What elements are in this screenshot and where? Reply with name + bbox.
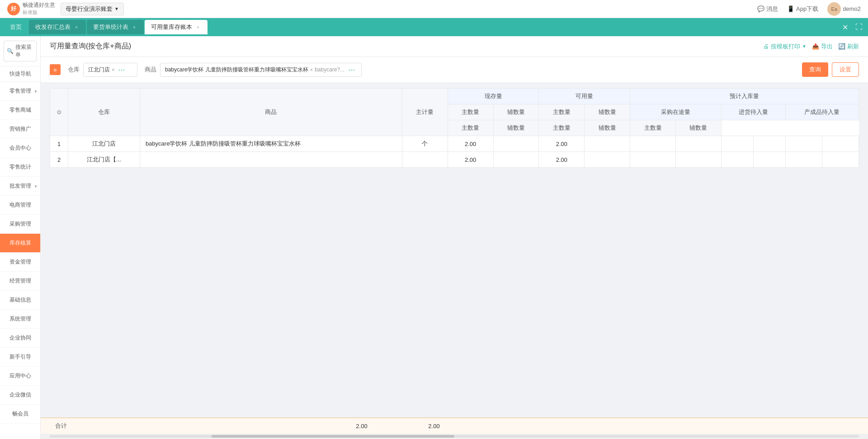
sidebar-item-retail-mgmt[interactable]: 零售管理 (0, 82, 40, 101)
sidebar-retail-stats-label: 零售统计 (9, 163, 31, 171)
sidebar-item-vip[interactable]: 畅会员 (0, 405, 40, 424)
app-download-btn[interactable]: 📱 App下载 (787, 5, 818, 13)
user-area[interactable]: Ea demo2 (827, 2, 861, 16)
sidebar-member-label: 会员中心 (9, 144, 31, 152)
th-settings: ⚙ (50, 89, 68, 136)
warehouse-tag: 江北门店 × (88, 66, 114, 74)
logo-text: 畅捷通好生意 (23, 2, 55, 9)
footer-available-main: 2.00 (416, 423, 452, 430)
sidebar-item-finance[interactable]: 资金管理 (0, 253, 40, 272)
sidebar-wholesale-label: 批发管理 (9, 182, 31, 190)
workspace-selector[interactable]: 母婴行业演示账套 ▼ (61, 3, 124, 15)
row2-incoming-aux (753, 152, 785, 168)
message-btn[interactable]: 💬 消息 (757, 5, 778, 13)
row1-current-aux (493, 136, 539, 152)
warehouse-tag-close[interactable]: × (112, 67, 114, 72)
quick-nav-label: 快捷导航 (9, 71, 31, 77)
row1-no: 1 (50, 136, 68, 152)
tab-order-stats-label: 要货单统计表 (93, 23, 128, 31)
sidebar-item-app-center[interactable]: 应用中心 (0, 367, 40, 386)
search-menu-btn[interactable]: 🔍 搜索菜单 (4, 41, 37, 61)
logo-icon: 好 (7, 3, 20, 15)
sidebar-ecommerce-label: 电商管理 (9, 201, 31, 209)
scroll-bar-track (50, 435, 859, 438)
chevron-down-icon: ▼ (114, 6, 119, 11)
sidebar-item-inventory[interactable]: 库存核算 (0, 234, 40, 253)
product-tag-close[interactable]: × (310, 67, 313, 72)
sidebar-app-center-label: 应用中心 (9, 372, 31, 380)
sidebar-item-enterprise-wechat[interactable]: 企业微信 (0, 386, 40, 405)
sidebar: 🔍 搜索菜单 快捷导航 零售管理 零售商城 营销推广 会员中心 零售统计 批发管… (0, 36, 41, 439)
quick-nav-btn[interactable]: 快捷导航 (0, 66, 40, 82)
footer-label: 合计 (50, 422, 344, 430)
row2-available-aux (585, 152, 630, 168)
th-prod-main: 主数量 (630, 120, 676, 136)
close-tab-btn[interactable]: ✕ (840, 21, 850, 33)
username: demo2 (843, 5, 861, 12)
th-prod-aux: 辅数量 (675, 120, 721, 136)
product-more-btn[interactable]: ··· (346, 65, 357, 75)
sidebar-item-purchase[interactable]: 采购管理 (0, 215, 40, 234)
logo-sub: 标准版 (23, 9, 55, 16)
query-button[interactable]: 查询 (802, 62, 828, 77)
row1-available-aux (585, 136, 630, 152)
print-btn[interactable]: 🖨 按模板打印 ▼ (763, 42, 807, 51)
download-icon: 📱 (787, 5, 794, 12)
export-label: 导出 (821, 42, 833, 51)
product-input[interactable]: babycare学饮杯 儿童防摔防撞吸管杯重力球吸嘴杯宝宝水杯 × babyca… (160, 63, 362, 77)
th-available-main: 主数量 (539, 104, 585, 120)
sidebar-item-new-guide[interactable]: 新手引导 (0, 348, 40, 367)
refresh-btn[interactable]: 🔄 刷新 (838, 42, 859, 51)
tab-receive-summary-close[interactable]: × (73, 24, 80, 30)
export-btn[interactable]: 📤 导出 (812, 42, 833, 51)
sidebar-item-ecommerce[interactable]: 电商管理 (0, 196, 40, 215)
row2-incoming-main (721, 152, 753, 168)
product-filter-group: 商品 babycare学饮杯 儿童防摔防撞吸管杯重力球吸嘴杯宝宝水杯 × bab… (145, 63, 362, 77)
export-icon: 📤 (812, 43, 819, 50)
sidebar-item-operations[interactable]: 经营管理 (0, 272, 40, 291)
tab-available-stock[interactable]: 可用量库存账本 × (145, 20, 208, 34)
top-bar: 好 畅捷通好生意 标准版 母婴行业演示账套 ▼ 💬 消息 📱 App下载 Ea … (0, 0, 868, 18)
tab-receive-summary[interactable]: 收发存汇总表 × (29, 20, 86, 34)
th-incoming-aux: 辅数量 (585, 120, 630, 136)
row2-warehouse: 江北门店【... (68, 152, 140, 168)
warehouse-more-btn[interactable]: ··· (116, 65, 127, 75)
table-row: 1 江北门店 babycare学饮杯 儿童防摔防撞吸管杯重力球吸嘴杯宝宝水杯 个… (50, 136, 859, 152)
tab-available-stock-close[interactable]: × (195, 24, 201, 30)
th-incoming-main: 主数量 (539, 120, 585, 136)
sidebar-item-sys-mgmt[interactable]: 系统管理 (0, 310, 40, 329)
th-purchase-aux: 辅数量 (493, 120, 539, 136)
tab-order-stats[interactable]: 要货单统计表 × (87, 20, 144, 34)
tab-order-stats-close[interactable]: × (131, 24, 137, 30)
sidebar-item-marketing[interactable]: 营销推广 (0, 120, 40, 139)
scroll-bar-thumb[interactable] (212, 435, 454, 438)
filter-expand-btn[interactable]: » (50, 64, 61, 75)
sidebar-item-member[interactable]: 会员中心 (0, 139, 40, 158)
message-label: 消息 (766, 5, 778, 13)
th-current-stock: 现存量 (448, 89, 539, 104)
logo-text-block: 畅捷通好生意 标准版 (23, 2, 55, 16)
tab-home[interactable]: 首页 (4, 20, 28, 34)
warehouse-input[interactable]: 江北门店 × ··· (83, 63, 137, 77)
row2-prod-main (785, 152, 822, 168)
sidebar-item-retail-stats[interactable]: 零售统计 (0, 158, 40, 177)
page-title: 可用量查询(按仓库+商品) (50, 42, 131, 51)
column-settings-icon[interactable]: ⚙ (57, 109, 62, 116)
warehouse-tag-text: 江北门店 (88, 66, 110, 74)
filter-actions: 查询 设置 (802, 62, 859, 77)
warehouse-filter-group: 仓库 江北门店 × ··· (68, 63, 137, 77)
sidebar-search: 🔍 搜索菜单 (0, 36, 40, 66)
row1-unit: 个 (402, 136, 448, 152)
data-table: ⚙ 仓库 商品 主计量 现存量 可用量 预计入库量 主数量 辅数量 主数量 辅数… (50, 88, 859, 168)
sidebar-item-enterprise[interactable]: 企业协同 (0, 329, 40, 348)
maximize-btn[interactable]: ⛶ (854, 21, 864, 33)
top-bar-right: 💬 消息 📱 App下载 Ea demo2 (757, 2, 861, 16)
sidebar-vip-label: 畅会员 (12, 410, 28, 418)
print-chevron-icon: ▼ (802, 44, 807, 49)
sidebar-item-wholesale-mgmt[interactable]: 批发管理 (0, 177, 40, 196)
sidebar-item-retail-mall[interactable]: 零售商城 (0, 101, 40, 120)
content-area: 可用量查询(按仓库+商品) 🖨 按模板打印 ▼ 📤 导出 🔄 刷新 (41, 36, 868, 439)
sidebar-item-basic-info[interactable]: 基础信息 (0, 291, 40, 310)
row1-current-main: 2.00 (448, 136, 493, 152)
setting-button[interactable]: 设置 (832, 62, 859, 77)
